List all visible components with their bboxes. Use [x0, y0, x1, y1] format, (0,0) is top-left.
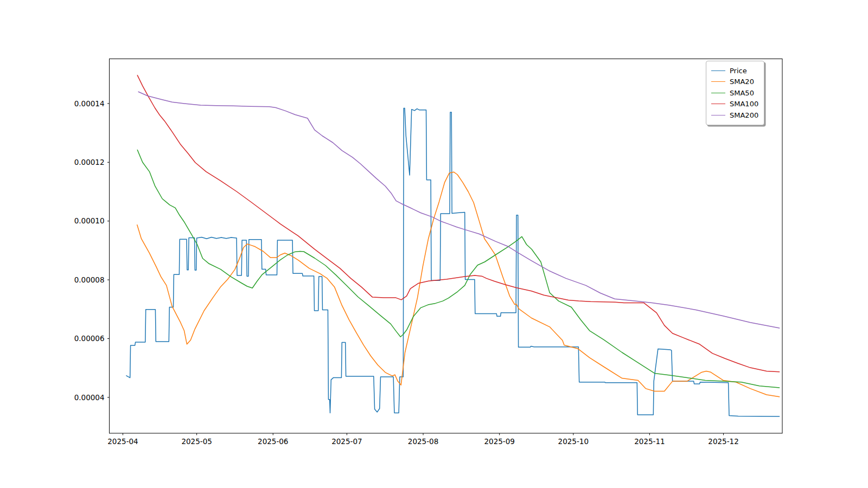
chart-legend: PriceSMA20SMA50SMA100SMA200 [706, 61, 764, 125]
x-tick-label: 2025-08 [408, 437, 438, 446]
legend-entry-sma200: SMA200 [711, 110, 758, 121]
x-tick-label: 2025-12 [708, 437, 738, 446]
x-tick-label: 2025-05 [181, 437, 212, 446]
chart-figure: 2025-042025-052025-062025-072025-082025-… [0, 0, 868, 488]
y-tick-label: 0.00006 [74, 334, 105, 343]
series-sma20 [137, 172, 780, 397]
y-tick-label: 0.00008 [74, 275, 105, 284]
legend-label: SMA20 [730, 78, 754, 85]
legend-entry-price: Price [711, 65, 758, 76]
legend-label: SMA200 [730, 112, 758, 119]
series-sma100 [137, 75, 779, 372]
legend-line-swatch [711, 93, 725, 93]
legend-line-swatch [711, 70, 725, 71]
series-sma50 [137, 150, 779, 388]
y-tick-label: 0.00014 [74, 99, 105, 108]
legend-line-swatch [711, 81, 725, 82]
legend-label: SMA50 [730, 89, 754, 97]
y-tick-label: 0.00004 [74, 393, 105, 402]
legend-entry-sma20: SMA20 [711, 76, 758, 88]
legend-line-swatch [711, 104, 725, 104]
series-sma200 [138, 92, 780, 328]
legend-entry-sma100: SMA100 [711, 99, 758, 110]
x-tick-label: 2025-09 [484, 437, 514, 446]
y-tick-label: 0.00010 [74, 216, 105, 225]
x-tick-label: 2025-04 [107, 437, 138, 446]
series-price [126, 108, 780, 417]
legend-line-swatch [711, 115, 725, 115]
x-tick-label: 2025-11 [634, 437, 665, 446]
x-tick-label: 2025-07 [331, 437, 362, 446]
y-tick-label: 0.00012 [74, 158, 105, 166]
x-tick-label: 2025-06 [258, 437, 288, 446]
legend-label: Price [730, 67, 747, 74]
x-tick-label: 2025-10 [558, 437, 589, 446]
legend-label: SMA100 [730, 100, 758, 107]
legend-entry-sma50: SMA50 [711, 87, 758, 99]
